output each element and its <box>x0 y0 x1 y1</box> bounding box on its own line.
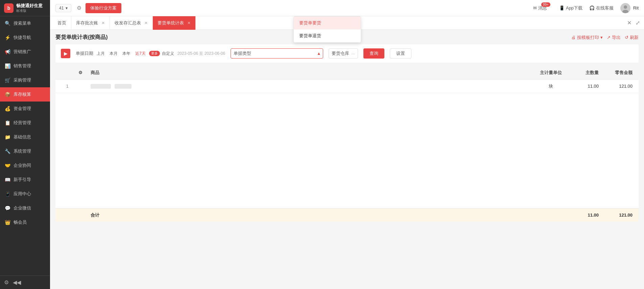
search-icon: 🔍 <box>4 20 11 27</box>
filter-card: ▶ 单据日期 上月 本月 本年 近7天 更多 自定义 2023-05-06 至 … <box>55 44 639 63</box>
tf-qty: 11.00 <box>568 213 601 218</box>
export-btn[interactable]: ↗ 导出 <box>607 35 621 41</box>
filter-settings-btn[interactable]: 设置 <box>390 48 411 59</box>
tab-order-stats-close[interactable]: ✕ <box>187 21 191 25</box>
date-custom-btn[interactable]: 自定义 <box>162 51 174 57</box>
online-service-btn[interactable]: 🎧 在线客服 <box>589 5 614 11</box>
sidebar-item-member[interactable]: 👑 畅会员 <box>0 215 50 229</box>
refresh-btn[interactable]: ↺ 刷新 <box>625 35 639 41</box>
settings-gear-icon[interactable]: ⚙ <box>77 5 81 11</box>
tab-summary[interactable]: 收发存汇总表 ✕ <box>110 16 153 30</box>
main-area: 41 ▾ ⚙ 体验行业方案 ✉ 消息 99+ 📱 App下载 🎧 在线客服 <box>50 0 644 289</box>
sidebar-item-system[interactable]: 🔧 系统管理 <box>0 144 50 158</box>
date-shortcut-this-year[interactable]: 本年 <box>121 50 132 57</box>
td-qty-1: 11.00 <box>568 84 601 89</box>
company-selector[interactable]: 41 ▾ <box>55 4 71 12</box>
th-qty: 主数量 <box>568 70 601 76</box>
page-actions: 🖨 按模板打印 ▾ ↗ 导出 ↺ 刷新 <box>571 35 639 41</box>
system-icon: 🔧 <box>4 148 11 155</box>
app-download-icon: 📱 <box>559 5 565 10</box>
page-title: 要货单统计表(按商品) <box>55 34 108 41</box>
finance-icon: 💰 <box>4 105 11 112</box>
query-btn[interactable]: 查询 <box>363 48 384 59</box>
th-amount: 零售金额 <box>601 70 635 76</box>
table-footer: 合计 11.00 121.00 <box>55 208 639 222</box>
date-filter-group: 单据日期 上月 本月 本年 近7天 更多 自定义 2023-05-06 至 20… <box>76 50 225 57</box>
topbar: 41 ▾ ⚙ 体验行业方案 ✉ 消息 99+ 📱 App下载 🎧 在线客服 <box>50 0 644 16</box>
member-icon: 👑 <box>4 219 11 226</box>
appcenter-icon: 📱 <box>4 191 11 197</box>
type-filter-wrap: 单据类型 ▲ <box>231 48 323 59</box>
sidebar-search-label: 搜索菜单 <box>14 20 31 26</box>
collapse-sidebar-btn[interactable]: ◀◀ <box>13 279 21 286</box>
sidebar-item-purchase[interactable]: 🛒 采购管理 <box>0 73 50 87</box>
warehouse-filter-wrap: 要货仓库 ··· <box>329 48 358 59</box>
print-icon: 🖨 <box>571 35 576 40</box>
user-avatar-btn[interactable]: Rit <box>620 3 639 13</box>
warehouse-more-icon[interactable]: ··· <box>351 51 355 56</box>
marketing-icon: 📢 <box>4 48 11 55</box>
date-more-btn[interactable]: 更多 <box>149 51 160 56</box>
sidebar-item-sales[interactable]: 📊 销售管理 <box>0 59 50 73</box>
tab-summary-close[interactable]: ✕ <box>144 21 148 25</box>
tab-order-stats-label: 要货单统计表 <box>158 20 184 26</box>
table-header: ⚙ 商品 主计量单位 主数量 零售金额 <box>55 66 639 80</box>
table-row: 1 块 11.00 121.00 <box>55 80 639 93</box>
sidebar-item-search[interactable]: 🔍 搜索菜单 <box>0 16 50 30</box>
td-seq-1: 1 <box>59 84 76 89</box>
messages-btn[interactable]: ✉ 消息 99+ <box>533 5 547 11</box>
sidebar-item-enterprise[interactable]: 🤝 企业协同 <box>0 158 50 173</box>
tab-batch-account[interactable]: 库存批次账 ✕ <box>71 16 110 30</box>
sidebar-logo-text: 畅捷通好生意 标准版 <box>16 3 43 13</box>
type-select-arrow[interactable]: ▲ <box>315 51 323 56</box>
tab-batch-account-close[interactable]: ✕ <box>101 21 105 25</box>
app-download-btn[interactable]: 📱 App下载 <box>559 5 582 11</box>
tab-order-stats[interactable]: 要货单统计表 ✕ <box>153 16 196 30</box>
sidebar-item-guide[interactable]: 📖 新手引导 <box>0 173 50 187</box>
th-settings[interactable]: ⚙ <box>76 70 88 75</box>
td-unit-1: 块 <box>534 83 568 89</box>
online-service-icon: 🎧 <box>589 5 595 10</box>
sidebar-item-wechat[interactable]: 💬 企业微信 <box>0 201 50 215</box>
sidebar: b 畅捷通好生意 标准版 🔍 搜索菜单 ⚡ 快捷导航 📢 营销推广 📊 销售管理 <box>0 0 50 289</box>
tf-amount: 121.00 <box>601 213 635 218</box>
table-empty-space <box>55 93 639 208</box>
user-name: Rit <box>633 5 639 10</box>
sidebar-nav: 🔍 搜索菜单 ⚡ 快捷导航 📢 营销推广 📊 销售管理 🛒 采购管理 📦 库存核… <box>0 16 50 275</box>
sales-icon: 📊 <box>4 63 11 69</box>
selector-chevron-icon: ▾ <box>66 6 68 10</box>
sidebar-item-operation[interactable]: 📋 经营管理 <box>0 116 50 130</box>
type-select-input[interactable] <box>254 49 315 58</box>
sidebar-logo: b 畅捷通好生意 标准版 <box>0 0 50 16</box>
warehouse-label: 要货仓库 <box>332 50 349 57</box>
date-shortcut-this-month[interactable]: 本月 <box>108 50 119 57</box>
date-label: 单据日期 <box>76 50 93 57</box>
sidebar-item-finance[interactable]: 💰 资金管理 <box>0 102 50 116</box>
dropdown-item-order-return[interactable]: 要货单退货 <box>294 30 361 42</box>
tab-close-all-btn[interactable]: ✕ <box>626 18 633 27</box>
date-shortcut-last-month[interactable]: 上月 <box>95 50 106 57</box>
date-shortcut-7days[interactable]: 近7天 <box>134 50 147 57</box>
page-content: 要货单统计表(按商品) 🖨 按模板打印 ▾ ↗ 导出 ↺ 刷新 <box>50 30 644 289</box>
filter-row: ▶ 单据日期 上月 本月 本年 近7天 更多 自定义 2023-05-06 至 … <box>61 48 633 59</box>
goods-placeholder-1 <box>91 84 111 89</box>
sidebar-item-inventory[interactable]: 📦 库存核算 <box>0 87 50 102</box>
operation-icon: 📋 <box>4 119 11 126</box>
sidebar-item-marketing[interactable]: 📢 营销推广 <box>0 45 50 59</box>
print-btn[interactable]: 🖨 按模板打印 ▾ <box>571 35 603 41</box>
td-amount-1: 121.00 <box>601 84 635 89</box>
trial-btn[interactable]: 体验行业方案 <box>86 3 121 13</box>
tab-expand-btn[interactable]: ⤢ <box>634 18 641 27</box>
sidebar-item-app-center[interactable]: 📱 应用中心 <box>0 187 50 201</box>
settings-footer-icon[interactable]: ⚙ <box>4 279 9 286</box>
sidebar-item-quick-nav[interactable]: ⚡ 快捷导航 <box>0 30 50 45</box>
app-logo-icon: b <box>4 3 14 13</box>
wechat-icon: 💬 <box>4 205 11 212</box>
sidebar-item-base-info[interactable]: 📁 基础信息 <box>0 130 50 144</box>
guide-icon: 📖 <box>4 176 11 183</box>
quicknav-icon: ⚡ <box>4 34 11 41</box>
selector-number: 41 <box>59 6 64 10</box>
filter-expand-btn[interactable]: ▶ <box>61 49 70 58</box>
type-dropdown: 要货单要货 要货单退货 <box>293 30 361 43</box>
tab-home[interactable]: 首页 <box>53 16 71 30</box>
